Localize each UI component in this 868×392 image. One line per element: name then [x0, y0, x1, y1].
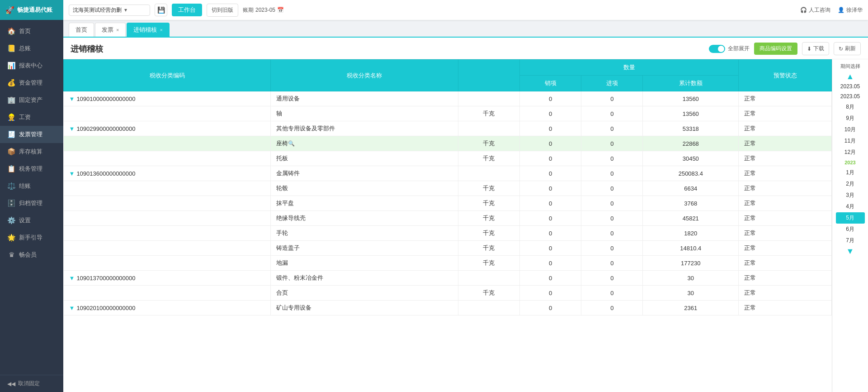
report-icon: 📊 — [7, 62, 15, 70]
collapse-icon[interactable]: ▼ — [69, 170, 75, 177]
sidebar-item-asset[interactable]: 🏢固定资产 — [0, 91, 63, 109]
period-item[interactable]: 4月 — [836, 201, 865, 212]
tab-invoice-close[interactable]: × — [116, 27, 119, 33]
service-label: 人工咨询 — [809, 6, 830, 14]
download-label: 下载 — [813, 45, 824, 53]
cell-unit — [458, 121, 519, 136]
download-button[interactable]: ⬇ 下载 — [802, 42, 829, 55]
asset-icon: 🏢 — [7, 96, 15, 104]
tab-reconcile-close[interactable]: × — [160, 27, 162, 33]
cell-code — [64, 136, 271, 151]
toggle-switch[interactable] — [709, 45, 725, 53]
save-icon: 💾 — [157, 6, 165, 14]
sidebar-item-payroll[interactable]: 👷工资 — [0, 109, 63, 126]
sidebar-unpin[interactable]: ◀◀ 取消固定 — [0, 375, 63, 392]
cell-code — [64, 286, 271, 301]
sidebar-item-fund[interactable]: 💰资金管理 — [0, 74, 63, 91]
tab-home[interactable]: 首页 — [69, 23, 94, 37]
sidebar-item-guide[interactable]: 🌟新手引导 — [0, 229, 63, 246]
cell-xiao: 0 — [519, 256, 581, 271]
sidebar-item-invoice_mgr[interactable]: 🧾发票管理 — [0, 126, 63, 143]
cell-code — [64, 211, 271, 226]
sidebar-label-home: 首页 — [19, 27, 31, 35]
sidebar-item-archive[interactable]: 🗄️归档管理 — [0, 195, 63, 212]
sidebar-item-settings[interactable]: ⚙️设置 — [0, 212, 63, 229]
cell-code — [64, 106, 271, 121]
cell-xiao: 0 — [519, 226, 581, 241]
tab-invoice[interactable]: 发票 × — [95, 23, 126, 37]
search-icon[interactable]: 🔍 — [288, 140, 295, 147]
period-item[interactable]: 8月 — [836, 101, 865, 113]
cell-code — [64, 151, 271, 166]
cell-name: 铸造盖子 — [271, 241, 458, 256]
period-item[interactable]: 6月 — [836, 224, 865, 235]
cell-jin: 0 — [581, 106, 643, 121]
oldversion-button[interactable]: 切到旧版 — [207, 4, 238, 17]
cell-status: 正常 — [739, 211, 832, 226]
period-item[interactable]: 2023 — [836, 158, 865, 167]
col-header-jin: 进项 — [581, 76, 643, 91]
cell-code — [64, 181, 271, 196]
period-nav-down[interactable]: ▼ — [846, 247, 854, 255]
expand-all-toggle[interactable]: 全部展开 — [709, 45, 750, 53]
user-menu[interactable]: 👤 徐泽华 — [838, 6, 863, 14]
save-button[interactable]: 💾 — [155, 4, 167, 16]
sidebar-item-inventory[interactable]: 📦库存核算 — [0, 143, 63, 160]
period-item[interactable]: 9月 — [836, 113, 865, 124]
tab-reconcile[interactable]: 进销稽核 × — [127, 23, 169, 37]
product-code-button[interactable]: 商品编码设置 — [754, 43, 797, 55]
sidebar-item-home[interactable]: 🏠首页 — [0, 23, 63, 40]
cell-status: 正常 — [739, 301, 832, 316]
cell-jin: 0 — [581, 166, 643, 181]
period-item[interactable]: 7月 — [836, 235, 865, 246]
workbench-button[interactable]: 工作台 — [172, 4, 202, 16]
period-item[interactable]: 11月 — [836, 135, 865, 147]
cell-status: 正常 — [739, 151, 832, 166]
cell-status: 正常 — [739, 241, 832, 256]
collapse-icon[interactable]: ▼ — [69, 96, 75, 102]
sidebar-item-ledger[interactable]: 📒总账 — [0, 40, 63, 57]
col-header-status: 预警状态 — [739, 60, 832, 91]
sidebar-item-vip[interactable]: ♛畅会员 — [0, 246, 63, 263]
cell-xiao: 0 — [519, 286, 581, 301]
cell-unit — [458, 271, 519, 286]
period-item[interactable]: 1月 — [836, 167, 865, 178]
cell-status: 正常 — [739, 121, 832, 136]
table-row: 手轮 千克 0 0 1820 正常 — [64, 226, 832, 241]
table-row: 托板 千克 0 0 30450 正常 — [64, 151, 832, 166]
cell-total: 53318 — [643, 121, 739, 136]
cell-name: 矿山专用设备 — [271, 301, 458, 316]
sidebar-item-settle[interactable]: ⚖️结账 — [0, 177, 63, 195]
sidebar-label-ledger: 总账 — [19, 44, 31, 53]
service-button[interactable]: 🎧 人工咨询 — [800, 6, 830, 14]
period-item[interactable]: 10月 — [836, 124, 865, 135]
period-item[interactable]: 2月 — [836, 178, 865, 190]
cell-total: 2361 — [643, 301, 739, 316]
collapse-icon[interactable]: ▼ — [69, 305, 75, 311]
cell-code — [64, 256, 271, 271]
collapse-icon[interactable]: ▼ — [69, 275, 75, 282]
cell-name: 座椅🔍 — [271, 136, 458, 151]
col-header-total: 累计数额 — [643, 76, 739, 91]
collapse-icon[interactable]: ▼ — [69, 125, 75, 132]
sidebar-item-tax[interactable]: 📋税务管理 — [0, 160, 63, 177]
calendar-icon[interactable]: 📅 — [277, 7, 284, 13]
cell-code — [64, 241, 271, 256]
period-item-current[interactable]: 5月 — [836, 212, 865, 224]
period-item[interactable]: 2023.05 — [836, 81, 865, 91]
user-name: 徐泽华 — [846, 6, 863, 14]
table-group-row: ▼109020100000000000 矿山专用设备 0 0 2361 正常 — [64, 301, 832, 316]
table-group-row: ▼109013700000000000 锻件、粉末冶金件 0 0 30 正常 — [64, 271, 832, 286]
period-item[interactable]: 12月 — [836, 147, 865, 158]
cell-name: 手轮 — [271, 226, 458, 241]
sidebar-item-report[interactable]: 📊报表中心 — [0, 57, 63, 74]
cell-total: 14810.4 — [643, 241, 739, 256]
refresh-button[interactable]: ↻ 刷新 — [834, 42, 861, 55]
payroll-icon: 👷 — [7, 113, 15, 121]
period-item[interactable]: 2023.05 — [836, 91, 865, 101]
table-row: 轴 千克 0 0 13560 正常 — [64, 106, 832, 121]
period-item[interactable]: 3月 — [836, 190, 865, 201]
cell-unit: 千克 — [458, 106, 519, 121]
company-selector[interactable]: 沈海英测试经营勿删 ▾ — [69, 5, 150, 16]
period-nav-up[interactable]: ▲ — [846, 72, 854, 81]
